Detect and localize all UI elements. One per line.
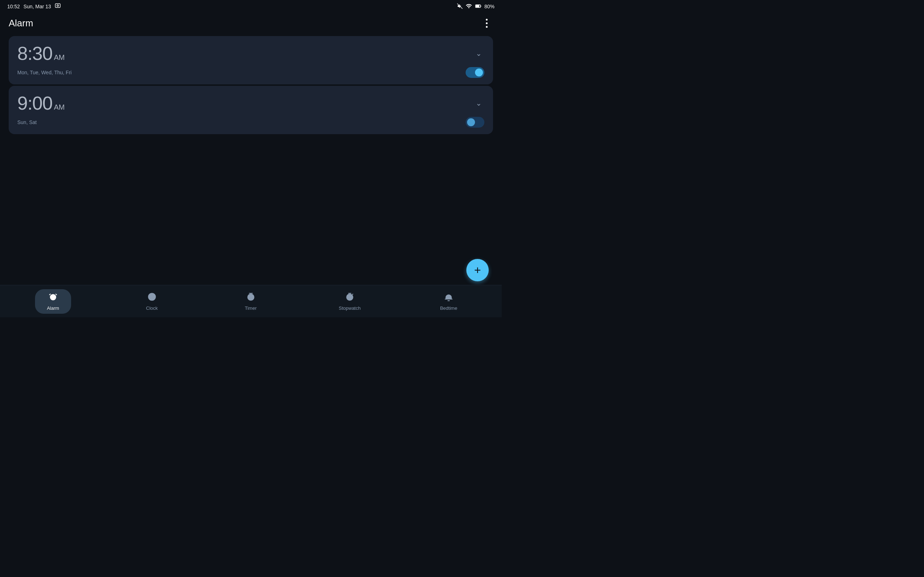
chevron-down-icon-2: ⌄ bbox=[476, 99, 482, 108]
status-left: 10:52 Sun, Mar 13 bbox=[7, 3, 61, 10]
nav-tab-stopwatch[interactable]: Stopwatch bbox=[332, 289, 368, 314]
bottom-navigation: Alarm Clock Timer bbox=[0, 285, 502, 318]
alarm-1-days: Mon, Tue, Wed, Thu, Fri bbox=[17, 69, 71, 76]
mute-icon bbox=[457, 3, 463, 10]
alarm-2-toggle-track bbox=[465, 117, 485, 128]
alarm-2-ampm: AM bbox=[54, 103, 65, 111]
svg-rect-0 bbox=[56, 3, 61, 8]
alarm-1-ampm: AM bbox=[54, 53, 65, 62]
alarm-2-toggle-thumb bbox=[467, 118, 475, 126]
status-time: 10:52 bbox=[7, 3, 20, 10]
menu-dot-1 bbox=[486, 19, 488, 21]
alarm-1-toggle[interactable] bbox=[465, 67, 485, 78]
status-bar: 10:52 Sun, Mar 13 80% bbox=[0, 0, 502, 13]
alarms-list: 8:30 AM ⌄ Mon, Tue, Wed, Thu, Fri 9:00 A… bbox=[0, 33, 502, 137]
nav-tab-alarm[interactable]: Alarm bbox=[35, 289, 71, 314]
status-right: 80% bbox=[457, 3, 494, 10]
alarm-2-days: Sun, Sat bbox=[17, 119, 37, 125]
add-alarm-button[interactable]: + bbox=[466, 259, 489, 281]
alarm-card-1[interactable]: 8:30 AM ⌄ Mon, Tue, Wed, Thu, Fri bbox=[9, 36, 493, 84]
clock-nav-icon bbox=[147, 292, 157, 304]
nav-tab-bedtime[interactable]: Bedtime bbox=[431, 289, 467, 314]
nav-label-timer: Timer bbox=[245, 305, 257, 311]
nav-label-clock: Clock bbox=[146, 305, 158, 311]
svg-rect-4 bbox=[476, 5, 479, 7]
stopwatch-nav-icon bbox=[345, 292, 354, 304]
alarm-2-toggle[interactable] bbox=[465, 117, 485, 128]
alarm-1-toggle-thumb bbox=[475, 69, 483, 76]
alarm-1-expand-button[interactable]: ⌄ bbox=[473, 48, 485, 59]
nav-label-bedtime: Bedtime bbox=[440, 305, 457, 311]
alarm-2-time: 9:00 AM bbox=[17, 92, 65, 114]
alarm-card-2[interactable]: 9:00 AM ⌄ Sun, Sat bbox=[9, 86, 493, 134]
alarm-2-hour: 9:00 bbox=[17, 92, 52, 114]
alarm-1-hour: 8:30 bbox=[17, 43, 52, 64]
nav-tab-clock[interactable]: Clock bbox=[134, 289, 170, 314]
battery-icon bbox=[475, 3, 481, 10]
battery-percent: 80% bbox=[485, 3, 494, 10]
timer-nav-icon bbox=[246, 292, 255, 304]
header: Alarm bbox=[0, 13, 502, 33]
nav-label-stopwatch: Stopwatch bbox=[339, 305, 361, 311]
chevron-down-icon-1: ⌄ bbox=[476, 49, 482, 58]
alarm-2-expand-button[interactable]: ⌄ bbox=[473, 97, 485, 109]
alarm-1-toggle-track bbox=[465, 67, 485, 78]
screenshot-icon bbox=[55, 3, 61, 10]
more-options-button[interactable] bbox=[480, 16, 493, 29]
alarm-1-time: 8:30 AM bbox=[17, 43, 65, 64]
alarm-2-top-row: 9:00 AM ⌄ bbox=[17, 92, 485, 114]
alarm-1-bottom-row: Mon, Tue, Wed, Thu, Fri bbox=[17, 67, 485, 78]
nav-tab-timer[interactable]: Timer bbox=[233, 289, 269, 314]
alarm-nav-icon bbox=[48, 292, 58, 304]
alarm-1-top-row: 8:30 AM ⌄ bbox=[17, 43, 485, 64]
page-title: Alarm bbox=[9, 18, 33, 29]
status-date: Sun, Mar 13 bbox=[23, 3, 51, 10]
bedtime-nav-icon bbox=[444, 292, 453, 304]
svg-point-1 bbox=[57, 5, 59, 6]
add-icon: + bbox=[474, 264, 481, 276]
menu-dot-3 bbox=[486, 26, 488, 28]
nav-label-alarm: Alarm bbox=[47, 305, 59, 311]
menu-dot-2 bbox=[486, 23, 488, 24]
alarm-2-bottom-row: Sun, Sat bbox=[17, 117, 485, 128]
wifi-icon bbox=[465, 3, 472, 10]
